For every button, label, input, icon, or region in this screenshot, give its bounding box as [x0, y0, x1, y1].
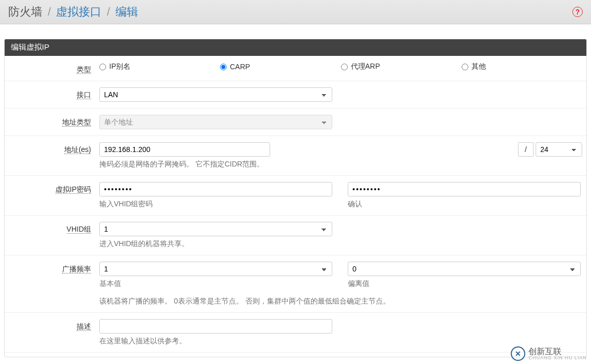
brand-mark-icon: ✕: [511, 346, 525, 361]
radio-carp[interactable]: CARP: [220, 62, 341, 71]
panel-title: 编辑虚拟IP: [5, 39, 586, 56]
vip-password-confirm-help: 确认: [348, 200, 581, 209]
adv-base-label: 基本值: [99, 279, 332, 289]
page-header: 防火墙 / 虚拟接口 / 编辑 ?: [0, 0, 591, 24]
edit-vip-panel: 编辑虚拟IP 类型 IP别名 CARP 代理ARP 其他 接口 LAN: [4, 39, 587, 357]
breadcrumb: 防火墙 / 虚拟接口 / 编辑: [8, 4, 138, 20]
breadcrumb-root: 防火墙: [8, 5, 42, 18]
descr-input[interactable]: [99, 319, 332, 333]
row-type: 类型 IP别名 CARP 代理ARP 其他: [5, 56, 586, 81]
address-input[interactable]: [99, 142, 270, 157]
addr-type-select: 单个地址: [99, 115, 332, 129]
brand-logo: ✕ 创新互联 CHUANG XIN HU LIAN: [511, 346, 587, 361]
brand-name: 创新互联: [528, 347, 587, 356]
row-vip-password: 虚拟IP密码 输入VHID组密码 确认: [5, 175, 586, 215]
breadcrumb-sep: /: [107, 5, 110, 18]
cidr-slash: /: [518, 142, 534, 157]
help-icon[interactable]: ?: [572, 7, 583, 17]
label-vhid: VHID组: [67, 225, 91, 234]
row-addr-type: 地址类型 单个地址: [5, 108, 586, 135]
row-interface: 接口 LAN: [5, 81, 586, 108]
vip-password-confirm-input[interactable]: [348, 182, 581, 196]
breadcrumb-virtual-ip[interactable]: 虚拟接口: [56, 5, 101, 18]
adv-skew-select[interactable]: 0: [348, 262, 581, 276]
label-addr-type: 地址类型: [62, 118, 91, 127]
radio-proxyarp[interactable]: 代理ARP: [341, 62, 462, 71]
row-vhid: VHID组 1 进入VHID组的机器将共享。: [5, 215, 586, 255]
label-interface: 接口: [77, 90, 91, 99]
row-adv-freq: 广播频率 1 基本值 0 偏离值 该机器将广播的频率。 0表示通常是主节点。 否…: [5, 255, 586, 312]
brand-sub: CHUANG XIN HU LIAN: [528, 356, 587, 360]
cidr-mask-select[interactable]: 24: [536, 142, 582, 157]
adv-skew-label: 偏离值: [348, 279, 581, 289]
address-help: 掩码必须是网络的子网掩码。 它不指定CIDR范围。: [99, 160, 270, 169]
label-descr: 描述: [77, 322, 91, 331]
row-descr: 描述 在这里输入描述以供参考。: [5, 312, 586, 352]
adv-help: 该机器将广播的频率。 0表示通常是主节点。 否则，集群中两个值的最低组合确定主节…: [99, 297, 582, 306]
descr-help: 在这里输入描述以供参考。: [99, 337, 582, 346]
vip-password-input[interactable]: [99, 182, 332, 196]
row-addresses: 地址(es) 掩码必须是网络的子网掩码。 它不指定CIDR范围。 / 24: [5, 135, 586, 175]
label-vip-password: 虚拟IP密码: [55, 185, 91, 194]
adv-base-select[interactable]: 1: [99, 262, 332, 276]
interface-select[interactable]: LAN: [99, 87, 332, 102]
breadcrumb-edit[interactable]: 编辑: [115, 5, 138, 18]
vhid-help: 进入VHID组的机器将共享。: [99, 239, 582, 249]
breadcrumb-sep: /: [48, 5, 51, 18]
radio-other[interactable]: 其他: [462, 62, 582, 71]
vhid-select[interactable]: 1: [99, 222, 332, 236]
vip-password-help: 输入VHID组密码: [99, 200, 332, 209]
label-adv-freq: 广播频率: [62, 265, 91, 274]
radio-ipalias[interactable]: IP别名: [99, 62, 220, 71]
label-type: 类型: [77, 65, 91, 74]
label-addresses: 地址(es): [64, 145, 91, 154]
